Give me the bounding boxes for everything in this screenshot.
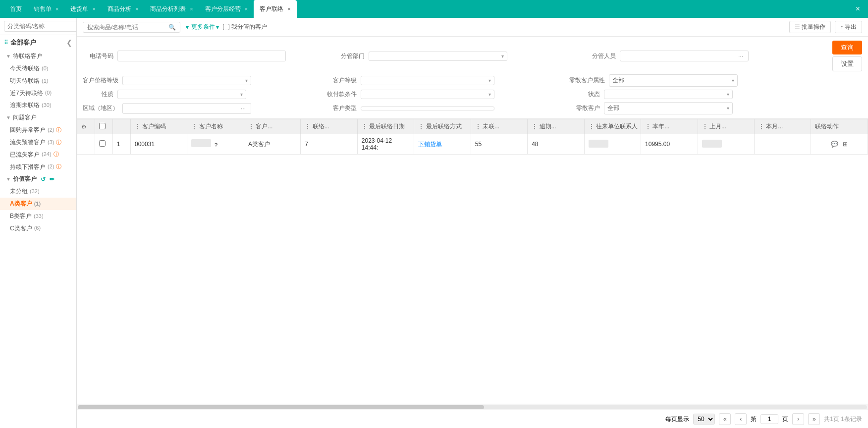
nature-select[interactable]: ▾	[117, 90, 246, 99]
value-refresh-icon[interactable]: ↺	[41, 176, 46, 183]
phone-input[interactable]	[117, 51, 286, 61]
horizontal-scrollbar[interactable]	[77, 404, 868, 410]
close-purchase-tab[interactable]: ×	[92, 6, 95, 12]
td-unit-contact	[584, 134, 641, 155]
sidebar-collapse-btn[interactable]: ❮	[66, 39, 72, 47]
settings-btn[interactable]: 设置	[832, 56, 862, 71]
per-page-select[interactable]: 50	[693, 414, 715, 425]
row-action-chat[interactable]: 💬	[831, 141, 838, 148]
close-sales-tab[interactable]: ×	[55, 6, 58, 12]
churned-icon: ⓘ	[54, 151, 59, 158]
problem-customers-header[interactable]: ▼ 问题客户	[0, 111, 76, 124]
export-label: 导出	[845, 23, 857, 31]
tab-customer-segment[interactable]: 客户分层经营 ×	[199, 0, 254, 18]
prev-page-btn[interactable]: ‹	[735, 413, 747, 425]
tab-goods-analysis[interactable]: 商品分析 ×	[102, 0, 144, 18]
th-this-month[interactable]: ⋮ 本月...	[754, 119, 811, 134]
th-last-month[interactable]: ⋮ 上月...	[698, 119, 754, 134]
tab-sales[interactable]: 销售单 ×	[28, 0, 64, 18]
sidebar-item-tomorrow[interactable]: 明天待联络 (1)	[0, 75, 76, 87]
status-select[interactable]: ▾	[604, 90, 733, 99]
sidebar-item-unclassified[interactable]: 未分组 (32)	[0, 185, 76, 198]
close-all-tabs[interactable]: ×	[852, 4, 864, 13]
th-this-year-label: 本年...	[652, 123, 669, 130]
price-grade-select[interactable]: ▾	[122, 76, 251, 85]
tab-purchase[interactable]: 进货单 ×	[64, 0, 101, 18]
th-customer-cat[interactable]: ⋮ 客户...	[244, 119, 300, 134]
export-btn[interactable]: ↑ 导出	[835, 21, 862, 33]
batch-op-btn[interactable]: ☰ 批量操作	[789, 21, 831, 33]
next-page-btn[interactable]: ›	[792, 413, 804, 425]
th-unit-contact[interactable]: ⋮ 往来单位联系人	[584, 119, 641, 134]
th-customer-name[interactable]: ⋮ 客户名称	[187, 119, 244, 134]
staff-select[interactable]: ···	[620, 51, 749, 61]
sidebar-item-a-class[interactable]: A类客户 (1)	[0, 198, 76, 210]
th-no-contact[interactable]: ⋮ 未联...	[471, 119, 527, 134]
my-customers-checkbox[interactable]	[223, 24, 229, 30]
pagination-bar: 每页显示 50 « ‹ 第 页 › » 共1页 1条记录	[77, 410, 868, 428]
close-customer-contact-tab[interactable]: ×	[287, 6, 290, 12]
th-customer-code[interactable]: ⋮ 客户编码	[131, 119, 187, 134]
dept-select[interactable]: ▾	[369, 52, 507, 61]
scroll-thumb[interactable]	[78, 405, 484, 409]
tab-home[interactable]: 首页	[4, 0, 28, 18]
sidebar-item-churn-warning[interactable]: 流失预警客户 (3) ⓘ	[0, 136, 76, 149]
sidebar-item-7days[interactable]: 近7天待联络 (0)	[0, 87, 76, 100]
retail-customer-select[interactable]: 全部 ▾	[604, 102, 733, 114]
page-input[interactable]	[760, 414, 778, 424]
sidebar-search-input[interactable]	[4, 21, 77, 32]
sidebar-item-churned[interactable]: 已流失客户 (24) ⓘ	[0, 149, 76, 161]
filter-row-4: 区域（地区） ··· 客户类型 零散客户 全部 ▾	[83, 102, 862, 114]
tab-goods-analysis-list[interactable]: 商品分析列表 ×	[144, 0, 199, 18]
filter-dept: 分管部门 ▾	[334, 52, 575, 61]
sidebar-item-overdue[interactable]: 逾期未联络 (30)	[0, 99, 76, 111]
sidebar-item-c-class[interactable]: C类客户 (6)	[0, 222, 76, 235]
all-customers-header[interactable]: ⠿ 全部客户 ❮	[0, 35, 76, 50]
7days-count: (0)	[45, 89, 52, 97]
sidebar-item-repurchase-abnormal[interactable]: 回购异常客户 (2) ⓘ	[0, 124, 76, 136]
close-goods-analysis-tab[interactable]: ×	[135, 6, 138, 12]
th-last-contact-method-label: 最后联络方式	[426, 123, 462, 130]
filter-search-icon[interactable]: 🔍	[168, 24, 176, 31]
tab-customer-contact[interactable]: 客户联络 ×	[254, 0, 296, 18]
value-customers-header[interactable]: ▼ 价值客户 ↺ ✏	[0, 173, 76, 185]
sidebar-item-b-class[interactable]: B类客户 (33)	[0, 210, 76, 222]
a-class-label: A类客户	[10, 200, 32, 208]
unclassified-count: (32)	[30, 188, 40, 195]
th-contact-num[interactable]: ⋮ 联络...	[301, 119, 357, 134]
row-checkbox[interactable]	[99, 140, 106, 147]
th-last-contact-date[interactable]: ⋮ 最后联络日期	[357, 119, 414, 134]
select-all-checkbox[interactable]	[99, 123, 106, 129]
row-action-share[interactable]: ⊞	[843, 141, 848, 148]
th-overdue[interactable]: ⋮ 逾期...	[528, 119, 584, 134]
pending-arrow: ▼	[6, 54, 11, 59]
filter-search-input[interactable]	[87, 24, 166, 31]
sidebar-item-today[interactable]: 今天待联络 (0)	[0, 62, 76, 75]
th-gear[interactable]: ⚙	[77, 119, 95, 134]
th-this-year[interactable]: ⋮ 本年...	[641, 119, 698, 134]
retail-attr-select[interactable]: 全部 ▾	[609, 74, 738, 87]
first-page-btn[interactable]: «	[719, 413, 731, 425]
sidebar-item-declining[interactable]: 持续下滑客户 (2) ⓘ	[0, 161, 76, 173]
td-check[interactable]	[95, 134, 113, 155]
more-filters-btn[interactable]: ▼ 更多条件 ▾	[184, 23, 219, 31]
customer-type-select[interactable]	[361, 107, 494, 110]
th-check[interactable]	[95, 119, 113, 134]
scroll-track[interactable]	[78, 405, 867, 409]
customer-grade-select[interactable]: ▾	[361, 76, 494, 85]
value-edit-icon[interactable]: ✏	[50, 176, 54, 183]
pending-contact-header[interactable]: ▼ 待联络客户	[0, 50, 76, 62]
th-last-contact-method[interactable]: ⋮ 最后联络方式	[414, 119, 471, 134]
payment-select[interactable]: ▾	[361, 90, 494, 99]
problem-customers-label: 问题客户	[13, 113, 37, 122]
query-btn[interactable]: 查询	[832, 41, 862, 54]
last-page-btn[interactable]: »	[808, 413, 820, 425]
last-contact-link[interactable]: 下销货单	[418, 141, 442, 148]
staff-dots[interactable]: ···	[736, 53, 745, 59]
close-goods-analysis-list-tab[interactable]: ×	[190, 6, 193, 12]
region-dots[interactable]: ···	[239, 105, 248, 112]
region-select[interactable]: ···	[122, 103, 251, 114]
close-customer-segment-tab[interactable]: ×	[245, 6, 248, 12]
churn-warning-icon: ⓘ	[56, 139, 61, 146]
retail-attr-value: 全部	[612, 76, 731, 85]
